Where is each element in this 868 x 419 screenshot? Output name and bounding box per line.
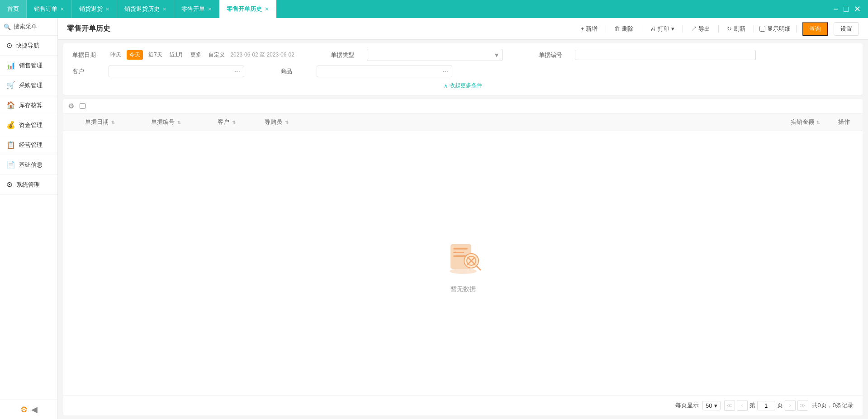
close-tab-sales-return[interactable]: ✕ [105,6,109,12]
date-custom[interactable]: 自定义 [207,50,227,60]
divider-5 [754,25,754,33]
operations-icon: 📋 [6,141,15,149]
filter-collapse-btn[interactable]: ∧ 收起更多条件 [72,82,854,89]
goods-dots-icon[interactable]: ··· [442,67,448,75]
sidebar-settings-icon[interactable]: ⚙ [20,405,28,414]
date-7days[interactable]: 近7天 [147,50,164,60]
goods-input[interactable] [321,68,441,75]
tab-home[interactable]: 首页 [0,0,27,18]
svg-line-9 [476,266,480,270]
doc-type-label: 单据类型 [331,51,358,59]
delete-button[interactable]: 🗑 删除 [612,23,636,35]
window-maximize[interactable]: □ [844,5,849,14]
date-range-display: 2023-06-02 至 2023-06-02 [230,51,294,59]
date-yesterday[interactable]: 昨天 [109,50,123,60]
chevron-down-icon: ▾ [495,51,498,59]
doc-no-input-group[interactable] [575,50,756,60]
customer-input-group[interactable]: ··· [109,66,244,77]
last-page-btn[interactable]: ≫ [797,400,808,411]
svg-rect-2 [453,248,468,250]
divider-4 [718,25,719,33]
goods-input-group[interactable]: ··· [317,66,452,77]
customer-input[interactable] [113,68,232,75]
settings-button[interactable]: 设置 [834,22,859,36]
window-controls: − □ ✕ [826,4,868,14]
customer-label: 客户 [72,67,100,75]
sidebar-item-inventory[interactable]: 🏠 库存核算 [0,95,57,115]
empty-illustration [441,233,486,278]
content-area: 零售开单历史 + 新增 🗑 删除 🖨 打印 ▾ ↗ 导出 [58,18,868,419]
empty-state: 暂无数据 [63,131,863,395]
sidebar-search[interactable]: 🔍 搜索采单 [0,18,57,36]
sidebar-item-quick-nav[interactable]: ⊙ 快捷导航 [0,36,57,56]
sidebar-item-purchase-mgmt[interactable]: 🛒 采购管理 [0,75,57,95]
sys-mgmt-icon: ⚙ [6,180,13,189]
print-button[interactable]: 🖨 打印 ▾ [648,23,677,35]
page-header: 零售开单历史 + 新增 🗑 删除 🖨 打印 ▾ ↗ 导出 [58,18,868,40]
sidebar: 🔍 搜索采单 ⊙ 快捷导航 📊 销售管理 🛒 采购管理 🏠 库存核算 💰 资金管… [0,18,58,419]
sidebar-collapse-icon[interactable]: ◀ [31,405,38,414]
tab-retail-open[interactable]: 零售开单 ✕ [174,0,219,18]
page-number-input[interactable] [757,401,775,410]
purchase-icon: 🛒 [6,81,15,89]
doc-type-select[interactable]: ▾ [367,49,503,61]
tab-retail-history[interactable]: 零售开单历史 ✕ [219,0,276,18]
svg-rect-4 [453,255,466,257]
th-amount[interactable]: 实销金额 ⇅ [759,113,825,131]
page-size-select[interactable]: 50 ▾ [702,401,720,410]
close-tab-sales-order[interactable]: ✕ [60,6,64,12]
tab-sales-return[interactable]: 销货退货 ✕ [72,0,117,18]
export-button[interactable]: ↗ 导出 [688,23,713,35]
customer-dots-icon[interactable]: ··· [234,67,240,75]
sidebar-item-finance[interactable]: 💰 资金管理 [0,115,57,135]
add-button[interactable]: + 新增 [578,23,600,35]
tab-bar: 首页 销售订单 ✕ 销货退货 ✕ 销货退货历史 ✕ 零售开单 ✕ 零售开单历史 … [0,0,826,18]
date-more[interactable]: 更多 [189,50,203,60]
next-page-btn[interactable]: › [785,400,796,411]
th-checkbox [63,113,80,131]
page-title: 零售开单历史 [67,24,110,33]
svg-rect-3 [453,252,464,253]
top-bar: 首页 销售订单 ✕ 销货退货 ✕ 销货退货历史 ✕ 零售开单 ✕ 零售开单历史 … [0,0,868,18]
svg-point-0 [450,268,477,274]
inventory-icon: 🏠 [6,101,15,109]
date-quick-buttons: 昨天 今天 近7天 近1月 更多 自定义 2023-06-02 至 2023-0… [109,50,294,60]
doc-no-label: 单据编号 [539,51,566,59]
th-date[interactable]: 单据日期 ⇅ [80,113,146,131]
th-ops: 操作 [825,113,863,131]
prev-page-btn[interactable]: ‹ [737,400,748,411]
date-today[interactable]: 今天 [127,50,143,60]
tab-sales-return-history[interactable]: 销货退货历史 ✕ [117,0,174,18]
query-button[interactable]: 查询 [802,22,828,36]
sidebar-item-operations[interactable]: 📋 经营管理 [0,135,57,155]
first-page-btn[interactable]: ≪ [724,400,735,411]
window-close[interactable]: ✕ [854,4,861,14]
select-all-checkbox[interactable] [80,103,85,109]
th-no[interactable]: 单据编号 ⇅ [146,113,212,131]
collapse-chevron-icon: ∧ [444,83,448,89]
close-tab-sales-return-history[interactable]: ✕ [162,6,166,12]
date-1month[interactable]: 近1月 [168,50,185,60]
tab-sales-order[interactable]: 销售订单 ✕ [27,0,72,18]
sidebar-item-sys-mgmt[interactable]: ⚙ 系统管理 [0,175,57,195]
sidebar-item-base-info[interactable]: 📄 基础信息 [0,155,57,175]
show-detail-checkbox[interactable] [759,26,765,32]
show-detail-checkbox-label[interactable]: 显示明细 [759,25,791,33]
sort-salesperson-icon: ⇅ [285,120,289,125]
divider-2 [642,25,642,33]
filter-area: 单据日期 昨天 今天 近7天 近1月 更多 自定义 2023-06-02 至 2… [63,43,863,95]
filter-row-2: 客户 ··· 商品 ··· [72,66,854,77]
close-tab-retail-history[interactable]: ✕ [265,6,269,12]
sidebar-item-sales-mgmt[interactable]: 📊 销售管理 [0,56,57,75]
sort-amount-icon: ⇅ [816,120,820,125]
filter-row-1: 单据日期 昨天 今天 近7天 近1月 更多 自定义 2023-06-02 至 2… [72,49,854,61]
doc-no-input[interactable] [579,52,752,58]
empty-text: 暂无数据 [451,285,476,293]
table-settings-icon[interactable]: ⚙ [68,102,74,110]
th-salesperson[interactable]: 导购员 ⇅ [259,113,316,131]
window-minimize[interactable]: − [834,5,839,14]
refresh-button[interactable]: ↻ 刷新 [724,23,748,35]
divider-6 [796,25,797,33]
th-customer[interactable]: 客户 ⇅ [212,113,259,131]
close-tab-retail-open[interactable]: ✕ [208,6,212,12]
